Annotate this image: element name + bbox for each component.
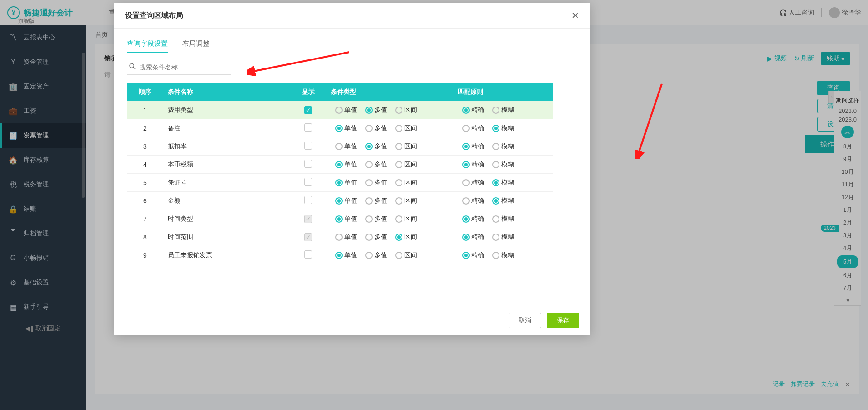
row-name: 凭证号 [163, 179, 290, 187]
match-radio-0[interactable]: 精确 [462, 179, 484, 187]
match-radio-0[interactable]: 精确 [462, 197, 484, 205]
radio-icon [395, 215, 402, 223]
radio-label: 区间 [404, 106, 417, 114]
svg-line-1 [133, 67, 135, 69]
radio-icon [492, 252, 499, 259]
type-radio-2[interactable]: 区间 [395, 197, 417, 205]
match-radio-1[interactable]: 模糊 [492, 233, 514, 241]
radio-label: 多值 [374, 161, 387, 169]
close-icon[interactable]: ✕ [572, 10, 579, 21]
col-name-header: 条件名称 [163, 88, 290, 96]
type-radio-2[interactable]: 区间 [395, 124, 417, 132]
type-radio-1[interactable]: 多值 [365, 142, 387, 151]
radio-label: 精确 [471, 233, 484, 241]
radio-label: 模糊 [501, 106, 514, 114]
radio-icon [395, 179, 402, 186]
search-input[interactable] [140, 63, 229, 71]
type-radio-1[interactable]: 多值 [365, 251, 387, 259]
type-radio-0[interactable]: 单值 [335, 179, 357, 187]
row-order: 5 [127, 179, 163, 186]
show-checkbox[interactable] [304, 196, 312, 204]
radio-label: 精确 [471, 197, 484, 205]
row-order: 7 [127, 215, 163, 223]
dialog-header: 设置查询区域布局 ✕ [114, 3, 590, 29]
match-radio-1[interactable]: 模糊 [492, 124, 514, 132]
show-checkbox[interactable] [304, 142, 312, 150]
type-radio-1[interactable]: 多值 [365, 161, 387, 169]
row-name: 金额 [163, 197, 290, 205]
radio-label: 区间 [404, 251, 417, 259]
show-checkbox[interactable] [304, 178, 312, 186]
match-radio-0[interactable]: 精确 [462, 215, 484, 223]
match-radio-1[interactable]: 模糊 [492, 161, 514, 169]
cancel-button[interactable]: 取消 [509, 313, 541, 328]
match-radio-0[interactable]: 精确 [462, 106, 484, 114]
radio-icon [365, 234, 373, 241]
radio-label: 多值 [374, 142, 387, 151]
dialog-body: 查询字段设置 布局调整 顺序 条件名称 显示 条件类型 匹配原则 1费用类型✓单… [114, 29, 590, 307]
show-checkbox[interactable]: ✓ [304, 106, 312, 114]
row-match-cell: 精确模糊 [453, 179, 553, 187]
type-radio-1[interactable]: 多值 [365, 233, 387, 241]
radio-icon [395, 125, 402, 132]
radio-label: 精确 [471, 142, 484, 151]
radio-label: 模糊 [501, 233, 514, 241]
type-radio-0[interactable]: 单值 [335, 233, 357, 241]
type-radio-2[interactable]: 区间 [395, 142, 417, 151]
type-radio-1[interactable]: 多值 [365, 215, 387, 223]
row-type-cell: 单值多值区间 [326, 197, 453, 205]
type-radio-2[interactable]: 区间 [395, 215, 417, 223]
type-radio-1[interactable]: 多值 [365, 106, 387, 114]
type-radio-0[interactable]: 单值 [335, 142, 357, 151]
type-radio-1[interactable]: 多值 [365, 124, 387, 132]
type-radio-0[interactable]: 单值 [335, 106, 357, 114]
show-checkbox[interactable] [304, 250, 312, 259]
match-radio-0[interactable]: 精确 [462, 124, 484, 132]
match-radio-1[interactable]: 模糊 [492, 142, 514, 151]
type-radio-2[interactable]: 区间 [395, 161, 417, 169]
radio-icon [365, 252, 373, 259]
radio-icon [335, 252, 343, 259]
radio-label: 精确 [471, 215, 484, 223]
type-radio-0[interactable]: 单值 [335, 197, 357, 205]
tab-layout-adjust[interactable]: 布局调整 [182, 39, 209, 53]
match-radio-0[interactable]: 精确 [462, 142, 484, 151]
match-radio-1[interactable]: 模糊 [492, 106, 514, 114]
show-checkbox[interactable] [304, 123, 312, 132]
type-radio-0[interactable]: 单值 [335, 251, 357, 259]
radio-icon [365, 197, 373, 205]
search-box[interactable] [127, 60, 231, 75]
radio-label: 单值 [344, 215, 357, 223]
save-button[interactable]: 保存 [547, 313, 579, 328]
table-header: 顺序 条件名称 显示 条件类型 匹配原则 [127, 83, 553, 101]
radio-icon [492, 215, 499, 223]
type-radio-2[interactable]: 区间 [395, 106, 417, 114]
match-radio-0[interactable]: 精确 [462, 161, 484, 169]
type-radio-2[interactable]: 区间 [395, 251, 417, 259]
tab-query-fields[interactable]: 查询字段设置 [127, 39, 168, 53]
match-radio-1[interactable]: 模糊 [492, 251, 514, 259]
match-radio-1[interactable]: 模糊 [492, 197, 514, 205]
table-row: 5凭证号单值多值区间精确模糊 [127, 174, 553, 192]
radio-icon [492, 197, 499, 205]
type-radio-0[interactable]: 单值 [335, 215, 357, 223]
radio-icon [335, 234, 343, 241]
match-radio-1[interactable]: 模糊 [492, 215, 514, 223]
row-type-cell: 单值多值区间 [326, 251, 453, 259]
match-radio-0[interactable]: 精确 [462, 251, 484, 259]
type-radio-0[interactable]: 单值 [335, 161, 357, 169]
radio-icon [462, 179, 470, 186]
col-order-header: 顺序 [127, 88, 163, 96]
type-radio-0[interactable]: 单值 [335, 124, 357, 132]
type-radio-2[interactable]: 区间 [395, 233, 417, 241]
row-type-cell: 单值多值区间 [326, 106, 453, 114]
match-radio-1[interactable]: 模糊 [492, 179, 514, 187]
type-radio-2[interactable]: 区间 [395, 179, 417, 187]
radio-label: 单值 [344, 124, 357, 132]
type-radio-1[interactable]: 多值 [365, 197, 387, 205]
table-row: 8时间范围✓单值多值区间精确模糊 [127, 228, 553, 246]
radio-icon [492, 125, 499, 132]
type-radio-1[interactable]: 多值 [365, 179, 387, 187]
match-radio-0[interactable]: 精确 [462, 233, 484, 241]
show-checkbox[interactable] [304, 160, 312, 168]
